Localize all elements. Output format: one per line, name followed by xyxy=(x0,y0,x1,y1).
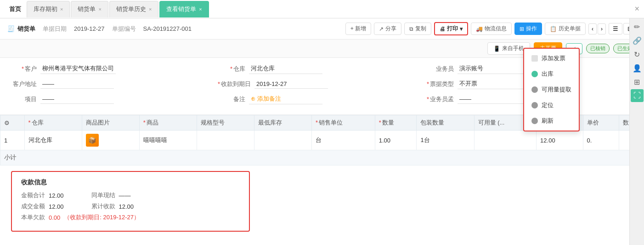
tab-inventory[interactable]: 库存期初 × xyxy=(27,1,70,17)
tab-sales-label: 销货单 xyxy=(78,5,96,13)
transaction-value: 12.00 xyxy=(49,203,64,210)
sidebar-expand-icon[interactable]: ⛶ xyxy=(631,89,644,102)
document-title: 🧾 销货单 xyxy=(7,25,35,33)
sidebar-user-icon[interactable]: 👤 xyxy=(631,62,644,74)
date-label: 单据日期 xyxy=(43,25,67,33)
payment-row-3: 本单欠款 0.00 （收款到期日: 2019-12-27） xyxy=(21,213,240,222)
add-invoice-label: 添加发票 xyxy=(542,54,565,63)
col-gear[interactable]: ⚙ xyxy=(0,115,25,131)
remark-label: 备注 xyxy=(218,95,245,103)
warehouse-field: 仓库 河北仓库 xyxy=(218,63,426,74)
row-index: 1 xyxy=(0,131,25,150)
total-label: 金额合计 xyxy=(21,191,45,199)
next-button[interactable]: › xyxy=(598,23,606,34)
outbound-item[interactable]: 出库 xyxy=(524,66,579,82)
copy-label: 复制 xyxy=(415,25,426,33)
close-sales-history-tab-icon[interactable]: × xyxy=(149,6,152,12)
tab-bar: 首页 库存期初 × 销货单 × 销货单历史 × 查看销货单 × × xyxy=(0,0,644,18)
history-icon: 📋 xyxy=(550,26,557,32)
history-button[interactable]: 📋 历史单据 xyxy=(545,23,586,35)
tab-inventory-label: 库存期初 xyxy=(34,5,57,13)
share-button[interactable]: ↗ 分享 xyxy=(374,23,401,35)
sidebar-refresh-icon[interactable]: ↻ xyxy=(631,48,644,61)
subtotal-label: 小计 xyxy=(0,150,644,165)
available-qty-item[interactable]: 可用量提取 xyxy=(524,82,579,97)
available-qty-label: 可用量提取 xyxy=(542,85,571,94)
remark-field: 备注 ⊕ 添加备注 xyxy=(218,94,426,104)
payment-date-field: 收款到期日 2019-12-27 xyxy=(218,80,426,89)
customer-label: 客户 xyxy=(9,65,37,73)
due-label: 本单欠款 xyxy=(21,213,45,222)
warehouse-value[interactable]: 河北仓库 xyxy=(249,63,322,74)
outbound-icon xyxy=(531,71,538,77)
customer-value[interactable]: 柳州粤港平安气体有限公司 xyxy=(40,63,116,74)
document-type-label: 销货单 xyxy=(17,25,35,33)
sidebar-link-icon[interactable]: 🔗 xyxy=(631,34,644,47)
share-icon: ↗ xyxy=(379,26,384,32)
ticket-type-label: 票据类型 xyxy=(426,80,454,88)
payment-date-value[interactable]: 2019-12-27 xyxy=(254,80,328,89)
date-value: 2019-12-27 xyxy=(74,25,105,32)
operate-button[interactable]: ⊞ 操作 xyxy=(514,23,542,35)
due-note[interactable]: （收款到期日: 2019-12-27） xyxy=(64,213,140,222)
refresh-icon xyxy=(531,118,538,124)
payment-section: 收款信息 金额合计 12.00 同单现结 —— 成交金额 12.00 累计收款 xyxy=(0,165,644,237)
print-button[interactable]: 🖨 打印 ▾ xyxy=(434,22,468,35)
phone-icon: 📱 xyxy=(493,46,500,52)
project-label: 项目 xyxy=(9,95,37,103)
salesperson-value[interactable]: —— xyxy=(458,95,531,104)
address-value[interactable]: —— xyxy=(40,80,114,89)
print-icon: 🖨 xyxy=(440,26,445,32)
copy-button[interactable]: ⧉ 复制 xyxy=(404,23,431,35)
copy-icon: ⧉ xyxy=(409,26,413,32)
col-product: 商品 xyxy=(139,115,197,131)
same-order-item: 同单现结 —— xyxy=(91,191,131,199)
prev-button[interactable]: ‹ xyxy=(588,23,597,34)
gear-icon[interactable]: ⚙ xyxy=(4,120,10,126)
payment-title: 收款信息 xyxy=(21,178,240,187)
close-inventory-tab-icon[interactable]: × xyxy=(60,6,63,12)
window-close-button[interactable]: × xyxy=(634,4,639,14)
locate-label: 定位 xyxy=(542,101,554,109)
tab-sales-history[interactable]: 销货单历史 × xyxy=(109,1,158,17)
logistics-button[interactable]: 🚚 物流信息 xyxy=(471,23,512,35)
transaction-label: 成交金额 xyxy=(21,202,45,211)
same-order-label: 同单现结 xyxy=(91,191,115,199)
new-button[interactable]: + 新增 xyxy=(345,23,371,35)
add-invoice-icon xyxy=(531,55,538,62)
payment-row-1: 金额合计 12.00 同单现结 —— xyxy=(21,191,240,199)
refresh-item[interactable]: 刷新 xyxy=(524,113,579,129)
close-sales-tab-icon[interactable]: × xyxy=(98,6,101,12)
add-remark-button[interactable]: ⊕ 添加备注 xyxy=(249,94,322,104)
list-view-button[interactable]: ☰ xyxy=(609,23,622,34)
document-meta: 单据日期 2019-12-27 单据编号 SA-20191227-001 xyxy=(43,25,192,33)
row-product[interactable]: 嘻嘻嘻嘻 xyxy=(139,131,197,150)
tab-home[interactable]: 首页 xyxy=(5,2,26,16)
row-pack-qty: 1台 xyxy=(417,131,474,150)
close-view-sales-tab-icon[interactable]: × xyxy=(199,6,202,12)
employee-value: 演示账号 xyxy=(458,63,531,74)
locate-item[interactable]: 定位 xyxy=(524,97,579,113)
operation-dropdown-menu: 添加发票 出库 可用量提取 定位 刷新 xyxy=(523,48,580,131)
tab-sales[interactable]: 销货单 × xyxy=(71,1,108,17)
col-min-stock: 最低库存 xyxy=(254,115,311,131)
col-image: 商品图片 xyxy=(82,115,139,131)
locate-icon xyxy=(531,102,538,108)
project-value[interactable]: —— xyxy=(40,95,114,104)
transaction-item: 成交金额 12.00 xyxy=(21,202,64,211)
due-item: 本单欠款 0.00 （收款到期日: 2019-12-27） xyxy=(21,213,140,222)
sidebar-edit-icon[interactable]: ✏ xyxy=(631,20,644,33)
payment-row-2: 成交金额 12.00 累计收款 12.00 xyxy=(21,202,240,211)
operate-icon: ⊞ xyxy=(520,26,524,32)
ticket-type-value[interactable]: 不开票 xyxy=(458,79,531,89)
number-label: 单据编号 xyxy=(112,25,136,33)
col-quantity: 数量 xyxy=(375,115,417,131)
total-value: 12.00 xyxy=(49,192,64,199)
sidebar-table-icon[interactable]: ⊞ xyxy=(631,75,644,88)
tab-view-sales[interactable]: 查看销货单 × xyxy=(159,1,209,17)
add-invoice-item[interactable]: 添加发票 xyxy=(524,51,579,66)
row-min-stock xyxy=(254,131,311,150)
document-header: 🧾 销货单 单据日期 2019-12-27 单据编号 SA-20191227-0… xyxy=(0,18,644,40)
logistics-icon: 🚚 xyxy=(476,26,483,32)
address-field: 客户地址 —— xyxy=(9,80,218,89)
